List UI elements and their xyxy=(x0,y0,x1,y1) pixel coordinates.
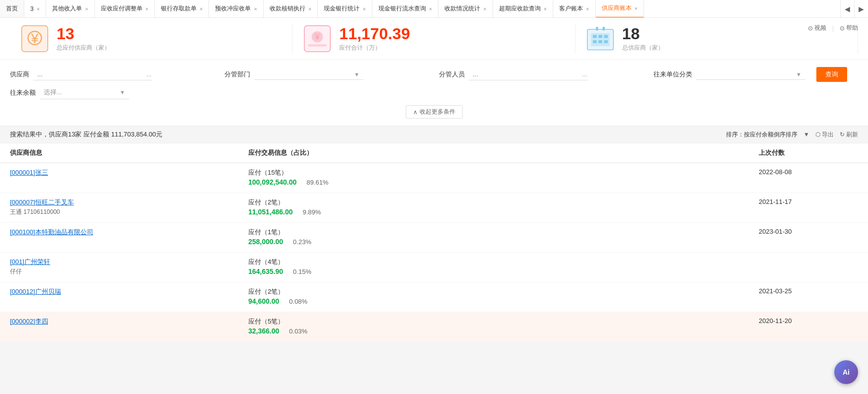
payable-cell-2: 应付（2笔） 11,051,486.00 9.89% xyxy=(248,198,759,217)
payable-label-2: 应付（2笔） xyxy=(248,198,759,207)
total-suppliers-label: 总供应商（家） xyxy=(622,44,664,52)
supplier-cell-5: [000012]广州贝瑞 xyxy=(10,287,248,296)
last-payment-cell-5: 2021-03-25 xyxy=(759,287,858,295)
supplier-link-5[interactable]: [000012]广州贝瑞 xyxy=(10,288,61,295)
close-icon[interactable]: × xyxy=(483,6,486,12)
nav-tab-customer-account[interactable]: 客户账本 × xyxy=(553,0,595,18)
table-row: [000100]本特勤油品有限公司 应付（1笔） 258,000.00 0.23… xyxy=(0,223,868,253)
payable-suppliers-icon: ¥ xyxy=(20,24,50,54)
nav-tab-cash-bank-stat[interactable]: 现金银行统计 × xyxy=(318,0,372,18)
refresh-icon: ↻ xyxy=(840,131,845,138)
dept-filter-label: 分管部门 xyxy=(224,70,250,79)
nav-tab-collection-stat[interactable]: 收款情况统计 × xyxy=(438,0,493,18)
close-icon[interactable]: × xyxy=(308,6,311,12)
supplier-link-4[interactable]: [001]广州荣轩 xyxy=(10,258,50,265)
collapse-button[interactable]: ∧ 收起更多条件 xyxy=(406,105,463,119)
supplier-cell-3: [000100]本特勤油品有限公司 xyxy=(10,228,248,237)
person-input[interactable] xyxy=(469,68,588,80)
nav-tab-3[interactable]: 3 × xyxy=(24,0,46,18)
stat-block-payable-amount: ¥ 11,170.39 应付合计（万） xyxy=(292,24,575,54)
payable-amount-label: 应付合计（万） xyxy=(339,44,410,52)
nav-tab-other-income-label: 其他收入单 xyxy=(52,4,82,13)
payable-label-4: 应付（4笔） xyxy=(248,258,759,266)
supplier-input[interactable] xyxy=(33,68,152,80)
video-link[interactable]: ⊙ 视频 xyxy=(808,24,826,32)
nav-tab-payable-adjust[interactable]: 应收应付调整单 × xyxy=(95,0,155,18)
supplier-cell-4: [001]广州荣轩 仔仔 xyxy=(10,258,248,276)
balance-dropdown-arrow: ▼ xyxy=(120,89,125,95)
balance-dropdown[interactable]: 选择... ▼ xyxy=(40,86,129,99)
supplier-cell-6: [000002]李四 xyxy=(10,317,248,326)
close-icon[interactable]: × xyxy=(586,6,589,12)
search-button[interactable]: 查询 xyxy=(816,67,847,82)
dept-dropdown[interactable]: ▼ xyxy=(254,69,363,80)
category-dropdown-arrow: ▼ xyxy=(796,71,801,77)
nav-right-arrow[interactable]: ▶ xyxy=(854,0,868,18)
nav-tab-cash-bank-flow[interactable]: 现金银行流水查询 × xyxy=(372,0,438,18)
supplier-link-2[interactable]: [000007]恒旺二手叉车 xyxy=(10,198,74,206)
supplier-table: 供应商信息 应付交易信息（占比） 上次付数 [000001]张三 应付（15笔）… xyxy=(0,143,868,342)
supplier-link-3[interactable]: [000100]本特勤油品有限公司 xyxy=(10,228,93,236)
stat-content-2: 11,170.39 应付合计（万） xyxy=(339,26,410,52)
payable-cell-6: 应付（5笔） 32,366.00 0.03% xyxy=(248,317,759,336)
payable-amount-2[interactable]: 11,051,486.00 xyxy=(248,208,293,216)
payable-percent-3: 0.23% xyxy=(293,238,311,246)
export-icon: ⬡ xyxy=(815,131,820,138)
total-suppliers-icon xyxy=(585,24,615,54)
ai-button[interactable]: Ai xyxy=(834,360,858,384)
close-icon[interactable]: × xyxy=(145,6,148,12)
results-actions: 排序：按应付余额倒序排序 ▼ ⬡ 导出 ↻ 刷新 xyxy=(726,131,858,139)
payable-cell-5: 应付（2笔） 94,600.00 0.08% xyxy=(248,287,759,306)
payable-amount-5[interactable]: 94,600.00 xyxy=(248,297,279,305)
supplier-link-1[interactable]: [000001]张三 xyxy=(10,169,48,176)
close-icon[interactable]: × xyxy=(635,5,638,11)
nav-tab-collection-stat-label: 收款情况统计 xyxy=(444,4,480,13)
close-icon[interactable]: × xyxy=(37,6,40,12)
close-icon[interactable]: × xyxy=(429,6,432,12)
svg-text:¥: ¥ xyxy=(315,32,320,41)
nav-tab-home[interactable]: 首页 xyxy=(0,0,24,18)
nav-tab-overdue-query[interactable]: 超期应收款查询 × xyxy=(493,0,553,18)
stats-bar: ¥ 13 总应付供应商（家） ¥ 11,170.39 应付合计（万） xyxy=(0,18,868,60)
nav-tab-overdue-query-label: 超期应收款查询 xyxy=(499,4,541,13)
table-header: 供应商信息 应付交易信息（占比） 上次付数 xyxy=(0,143,868,163)
svg-rect-14 xyxy=(604,40,608,43)
results-bar: 搜索结果中，供应商13家 应付金额 111,703,854.00元 排序：按应付… xyxy=(0,126,868,143)
svg-rect-16 xyxy=(602,27,605,31)
payable-cell-1: 应付（15笔） 100,092,540.00 89.61% xyxy=(248,168,759,187)
table-row: [000012]广州贝瑞 应付（2笔） 94,600.00 0.08% 2021… xyxy=(0,282,868,312)
nav-left-arrow[interactable]: ◀ xyxy=(840,0,854,18)
filter-item-category: 往来单位分类 ▼ 查询 xyxy=(653,67,858,82)
table-row: [000007]恒旺二手叉车 王通 17106110000 应付（2笔） 11,… xyxy=(0,193,868,223)
close-icon[interactable]: × xyxy=(85,6,88,12)
payable-label-6: 应付（5笔） xyxy=(248,317,759,326)
stat-block-payable-suppliers: ¥ 13 总应付供应商（家） xyxy=(10,24,292,54)
supplier-sub-2: 王通 17106110000 xyxy=(10,208,248,216)
payable-percent-1: 89.61% xyxy=(306,179,328,186)
close-icon[interactable]: × xyxy=(254,6,257,12)
supplier-cell-1: [000001]张三 xyxy=(10,168,248,177)
help-link[interactable]: ⊙ 帮助 xyxy=(840,24,858,32)
table-row: [001]广州荣轩 仔仔 应付（4笔） 164,635.90 0.15% xyxy=(0,253,868,282)
export-button[interactable]: ⬡ 导出 xyxy=(815,131,834,139)
nav-tab-other-income[interactable]: 其他收入单 × xyxy=(46,0,94,18)
nav-tab-bank-deposit[interactable]: 银行存取款单 × xyxy=(155,0,209,18)
refresh-button[interactable]: ↻ 刷新 xyxy=(840,131,858,139)
balance-filter-label: 往来余额 xyxy=(10,88,36,97)
close-icon[interactable]: × xyxy=(200,6,203,12)
payable-amount-1[interactable]: 100,092,540.00 xyxy=(248,178,296,186)
payable-amount-6[interactable]: 32,366.00 xyxy=(248,327,279,335)
category-dropdown[interactable]: ▼ xyxy=(696,69,805,80)
nav-tab-advance-offset[interactable]: 预收冲应收单 × xyxy=(209,0,263,18)
supplier-ellipsis-icon: ... xyxy=(146,71,151,78)
payable-amount-4[interactable]: 164,635.90 xyxy=(248,267,283,275)
nav-tab-collection-verify[interactable]: 收款核销执行 × xyxy=(264,0,318,18)
nav-tab-3-label: 3 xyxy=(30,5,34,12)
nav-tab-supplier-account[interactable]: 供应商账本 × xyxy=(596,0,644,18)
close-icon[interactable]: × xyxy=(362,6,365,12)
payable-amount-3[interactable]: 258,000.00 xyxy=(248,238,283,246)
svg-rect-9 xyxy=(593,35,597,38)
svg-rect-6 xyxy=(308,44,327,47)
close-icon[interactable]: × xyxy=(544,6,547,12)
supplier-link-6[interactable]: [000002]李四 xyxy=(10,318,48,325)
